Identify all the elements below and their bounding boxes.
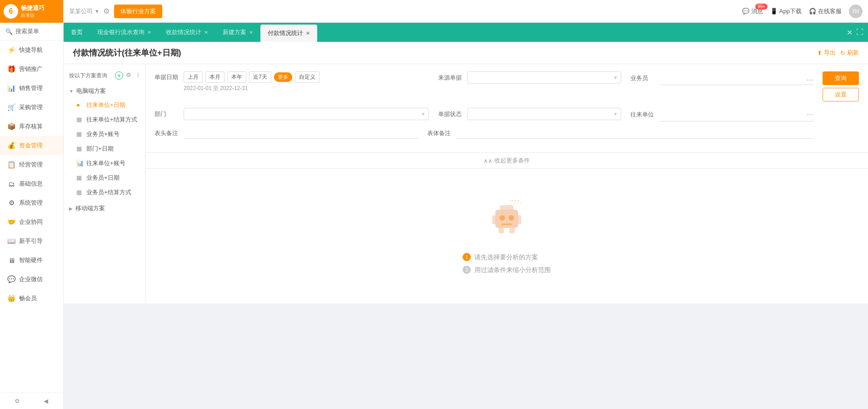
dept-field: 部门 ▾: [155, 108, 429, 120]
scheme-settings-btn[interactable]: ⚙: [126, 71, 131, 80]
sidebar-item-label: 系统管理: [19, 199, 43, 207]
staff-ellipsis-btn[interactable]: ...: [807, 73, 813, 83]
settings-btn[interactable]: 设置: [823, 88, 859, 101]
svg-point-3: [509, 215, 514, 221]
date-btn-custom[interactable]: 自定义: [295, 71, 319, 83]
export-btn[interactable]: ⬆ 导出: [817, 49, 836, 57]
topbar-gear-btn[interactable]: ⚙: [103, 7, 110, 15]
scheme-item-label: 业务员+账号: [86, 130, 120, 138]
sidebar-item-operation[interactable]: 📋 经营管理: [0, 155, 63, 174]
sidebar-item-system[interactable]: ⚙ 系统管理: [0, 193, 63, 212]
query-btn[interactable]: 查询: [823, 71, 859, 85]
sidebar-item-label: 资金管理: [19, 141, 43, 150]
scheme-item-contact-settle[interactable]: ▦ 往来单位+结算方式: [64, 112, 145, 127]
staff-input-area: ...: [659, 71, 813, 85]
purchase-icon: 🛒: [7, 103, 15, 111]
voucher-status-select[interactable]: ▾: [467, 108, 621, 120]
online-service-btn[interactable]: 🎧 在线客服: [809, 7, 842, 15]
scheme-header-actions: + ⚙ 《: [115, 71, 140, 80]
date-btn-this-month[interactable]: 本月: [205, 71, 224, 83]
company-selector[interactable]: 某某公司 ▾: [69, 7, 99, 15]
filter-area: 单据日期 上月 本月 本年 近7天 更多 自定义 20: [145, 64, 868, 303]
tab-new-scheme-close[interactable]: ✕: [249, 30, 253, 35]
query-actions: 查询 设置: [823, 71, 859, 101]
scheme-group-arrow: ▼: [69, 89, 74, 94]
sidebar-item-label: 企业微信: [19, 275, 43, 283]
tab-receive-stat[interactable]: 收款情况统计 ✕: [159, 23, 215, 42]
date-btn-this-year[interactable]: 本年: [227, 71, 246, 83]
member-icon: 👑: [7, 294, 15, 303]
sidebar-item-hardware[interactable]: 🖥 智能硬件: [0, 251, 63, 270]
search-menu[interactable]: 🔍 搜索菜单: [0, 23, 63, 40]
trial-btn[interactable]: 体验行业方案: [114, 5, 162, 18]
sidebar-item-sales[interactable]: 📊 销售管理: [0, 79, 63, 98]
message-btn[interactable]: 💬 消息 99+: [742, 7, 763, 15]
tab-close-all-btn[interactable]: ✕: [847, 28, 853, 37]
scheme-add-btn[interactable]: +: [115, 71, 123, 80]
contact-input-area: ···: [659, 108, 813, 121]
sidebar-settings-btn[interactable]: ⚙: [5, 398, 30, 404]
sidebar-item-wechat[interactable]: 💬 企业微信: [0, 270, 63, 289]
tab-bank-flow-label: 现金银行流水查询: [97, 28, 145, 36]
tab-pay-stat[interactable]: 付款情况统计 ✕: [260, 25, 317, 42]
body-note-input[interactable]: [456, 128, 813, 139]
filter-row-2: 部门 ▾ 单据状态 ▾: [155, 108, 859, 121]
tab-new-scheme[interactable]: 新建方案 ✕: [215, 23, 260, 42]
refresh-label: 刷新: [847, 49, 859, 57]
service-label: 在线客服: [818, 7, 842, 15]
scheme-item-staff-settle[interactable]: ▦ 业务员+结算方式: [64, 185, 145, 200]
page-title: 付款情况统计(往来单位+日期): [73, 47, 181, 58]
sidebar-item-basic[interactable]: 🗂 基础信息: [0, 174, 63, 193]
tab-pay-stat-close[interactable]: ✕: [306, 30, 310, 36]
tab-bank-flow[interactable]: 现金银行流水查询 ✕: [90, 23, 159, 42]
dept-select[interactable]: ▾: [184, 108, 429, 120]
sidebar-collapse-btn[interactable]: ◀: [34, 398, 59, 404]
sidebar-item-purchase[interactable]: 🛒 采购管理: [0, 98, 63, 117]
tab-maximize-btn[interactable]: ⛶: [856, 28, 863, 36]
empty-tips: 1 请先选择要分析的方案 2 用过滤条件来缩小分析范围: [463, 251, 551, 276]
date-btn-more[interactable]: 更多: [274, 72, 292, 82]
sidebar-item-marketing[interactable]: 🎁 营销推广: [0, 60, 63, 79]
sidebar-item-member[interactable]: 👑 畅会员: [0, 289, 63, 308]
sidebar-item-inventory[interactable]: 📦 库存核算: [0, 117, 63, 136]
sidebar-item-guide[interactable]: 📖 新手引导: [0, 232, 63, 251]
sales-icon: 📊: [7, 84, 15, 92]
filter-form: 单据日期 上月 本月 本年 近7天 更多 自定义 20: [145, 64, 868, 153]
scheme-item-dept-date[interactable]: ▦ 部门+日期: [64, 141, 145, 156]
collapse-conditions-btn[interactable]: ∧∧ 收起更多条件: [484, 157, 530, 165]
user-avatar[interactable]: Rit: [849, 5, 863, 18]
scheme-item-contact-date[interactable]: ● 往来单位+日期: [64, 98, 145, 112]
tab-bank-flow-close[interactable]: ✕: [147, 30, 151, 35]
scheme-item-contact-account[interactable]: 📊 往来单位+账号: [64, 156, 145, 171]
scheme-header: 按以下方案查询 + ⚙ 《: [64, 69, 145, 82]
sidebar-item-quick-nav[interactable]: ⚡ 快捷导航: [0, 40, 63, 60]
collapse-up-icon: ∧∧: [484, 157, 493, 164]
sidebar-item-label: 智能硬件: [19, 256, 43, 264]
svg-rect-6: [518, 215, 521, 224]
scheme-item-label: 往来单位+结算方式: [86, 116, 137, 124]
tab-receive-stat-label: 收款情况统计: [166, 28, 201, 36]
header-note-field: 表头备注: [155, 128, 418, 139]
tab-receive-stat-close[interactable]: ✕: [204, 30, 208, 35]
header-note-input[interactable]: [184, 128, 418, 139]
collapse-icon: ◀: [44, 398, 48, 404]
app-download-btn[interactable]: 📱 App下载: [770, 7, 802, 15]
source-select[interactable]: ▾: [467, 71, 621, 84]
scheme-item-staff-date[interactable]: ▦ 业务员+日期: [64, 171, 145, 185]
tabbar: 首页 现金银行流水查询 ✕ 收款情况统计 ✕ 新建方案 ✕ 付款情况统计 ✕ ✕…: [64, 23, 868, 42]
scheme-item-label: 往来单位+账号: [86, 159, 125, 167]
scheme-item-staff-account[interactable]: ▦ 业务员+账号: [64, 127, 145, 141]
body-note-label: 表体备注: [427, 129, 453, 137]
settings-icon: ⚙: [15, 398, 20, 404]
contact-ellipsis-btn[interactable]: ···: [807, 110, 813, 119]
refresh-btn[interactable]: ↻ 刷新: [840, 49, 859, 57]
scheme-collapse-btn[interactable]: 《: [134, 71, 140, 80]
tab-pay-stat-label: 付款情况统计: [268, 29, 303, 37]
sidebar-item-enterprise[interactable]: 🤝 企业协同: [0, 212, 63, 232]
sidebar-item-finance[interactable]: 💰 资金管理: [0, 136, 63, 155]
tab-home[interactable]: 首页: [64, 23, 90, 42]
date-btn-last-month[interactable]: 上月: [184, 71, 203, 83]
scheme-group-desktop-title[interactable]: ▼ 电脑端方案: [64, 84, 145, 98]
scheme-group-mobile-title[interactable]: ▶ 移动端方案: [64, 202, 145, 215]
date-btn-7days[interactable]: 近7天: [249, 71, 271, 83]
